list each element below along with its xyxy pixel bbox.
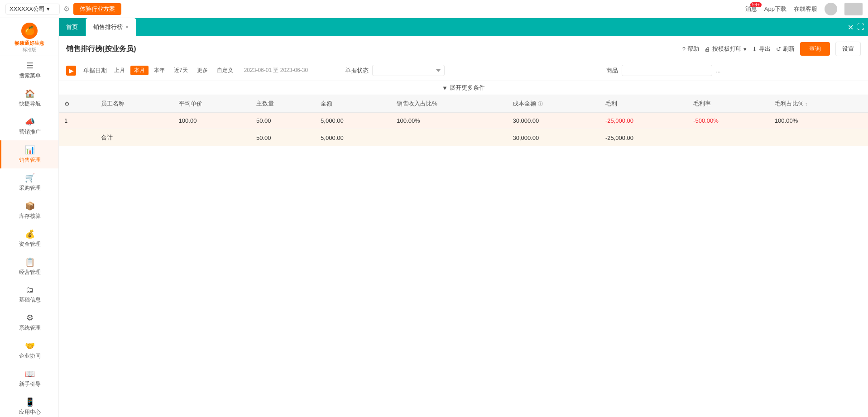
sidebar-item-label: 资金管理	[19, 240, 41, 248]
footer-cost-amount: 30,000.00	[507, 129, 599, 147]
refresh-label: 刷新	[783, 45, 795, 53]
trial-button[interactable]: 体验行业方案	[73, 3, 121, 15]
avatar[interactable]	[825, 3, 837, 15]
sidebar-item-system[interactable]: ⚙ 系统管理	[0, 308, 58, 336]
sidebar-item-app-center[interactable]: 📱 应用中心	[0, 393, 58, 417]
company-name: XXXXXX公司	[10, 5, 45, 13]
sidebar-item-guide[interactable]: 📖 新手引导	[0, 364, 58, 393]
td-sales-pct: 100.00%	[391, 113, 507, 129]
sidebar-item-label: 销售管理	[19, 156, 41, 164]
sidebar-item-base-info[interactable]: 🗂 基础信息	[0, 281, 58, 308]
tab-home[interactable]: 首页	[59, 18, 85, 36]
status-select[interactable]	[372, 65, 445, 76]
app-download-btn[interactable]: App下载	[764, 5, 786, 13]
page-inner: 销售排行榜(按业务员) ? 帮助 🖨 按模板打印 ▾ ⬇ 导出	[59, 36, 868, 417]
enterprise-icon: 🤝	[25, 341, 35, 351]
sidebar-item-operations[interactable]: 📋 经营管理	[0, 253, 58, 281]
footer-gross: -25,000.00	[600, 129, 688, 147]
help-icon: ?	[682, 46, 686, 53]
footer-amount: 5,000.00	[315, 129, 391, 147]
table-wrap: ⚙ 员工名称 平均单价 主数量 全额 销售收入占比% 成本全额 ⓘ 毛利 毛利率…	[59, 95, 868, 146]
message-icon-btn[interactable]: 消息 99+	[745, 5, 757, 13]
cost-info-icon[interactable]: ⓘ	[538, 101, 543, 106]
table-row: 1 100.00 50.00 5,000.00 100.00% 30,000.0…	[59, 113, 868, 129]
date-tab-7days[interactable]: 近7天	[170, 66, 192, 75]
export-label: 导出	[759, 45, 771, 53]
settings-button[interactable]: 设置	[835, 42, 861, 56]
base-info-icon: 🗂	[26, 285, 34, 295]
online-service-label: 在线客服	[794, 5, 817, 12]
tab-close-icon[interactable]: ×	[125, 18, 129, 36]
sidebar-item-marketing[interactable]: 📣 营销推广	[0, 112, 58, 140]
th-gross-rate: 毛利率	[688, 95, 769, 113]
td-avg-price: 100.00	[173, 113, 251, 129]
app-center-icon: 📱	[25, 397, 35, 407]
footer-gross-pct	[769, 129, 868, 147]
settings-icon[interactable]: ⚙	[63, 5, 70, 13]
query-button[interactable]: 查询	[800, 42, 830, 56]
tab-label: 销售排行榜	[93, 18, 123, 36]
sidebar-item-label: 搜索菜单	[19, 72, 41, 80]
sidebar-logo: 🍊 畅康通好生意 标准版	[0, 18, 58, 56]
sidebar-item-label: 营销推广	[19, 128, 41, 136]
goods-input[interactable]	[622, 65, 712, 76]
sidebar: 🍊 畅康通好生意 标准版 ☰ 搜索菜单 🏠 快捷导航 📣 营销推广 📊 销售管理…	[0, 18, 59, 417]
td-name	[96, 113, 173, 129]
tab-close-window-icon[interactable]: ✕	[848, 23, 854, 32]
tab-bar: 首页 销售排行榜 × ✕ ⛶	[59, 18, 868, 36]
sidebar-item-label: 系统管理	[19, 324, 41, 332]
sidebar-item-sales[interactable]: 📊 销售管理	[0, 140, 58, 168]
gross-sort-icon[interactable]: ↕	[805, 101, 808, 106]
sidebar-item-finance[interactable]: 💰 资金管理	[0, 225, 58, 253]
td-gross-pct: 100.00%	[769, 113, 868, 129]
sidebar-item-quick-nav[interactable]: 🏠 快捷导航	[0, 84, 58, 112]
top-bar: XXXXXX公司 ▾ ⚙ 体验行业方案 消息 99+ App下载 在线客服	[0, 0, 868, 18]
date-tabs: 上月 本月 本年 近7天 更多 自定义	[110, 66, 237, 75]
message-badge: 99+	[750, 2, 762, 7]
online-service-btn[interactable]: 在线客服	[794, 5, 817, 13]
th-sales-pct: 销售收入占比%	[391, 95, 507, 113]
date-tab-more[interactable]: 更多	[193, 66, 211, 75]
tab-sales-rank[interactable]: 销售排行榜 ×	[86, 18, 136, 36]
expand-more-btn[interactable]: ▼ 展开更多条件	[442, 84, 485, 92]
date-label: 单据日期	[83, 67, 107, 75]
sidebar-item-inventory[interactable]: 📦 库存核算	[0, 197, 58, 225]
data-table: ⚙ 员工名称 平均单价 主数量 全额 销售收入占比% 成本全额 ⓘ 毛利 毛利率…	[59, 95, 868, 146]
sidebar-item-search-order[interactable]: ☰ 搜索菜单	[0, 56, 58, 84]
company-selector[interactable]: XXXXXX公司 ▾	[5, 4, 60, 14]
status-label: 单据状态	[345, 67, 369, 75]
marketing-icon: 📣	[25, 117, 35, 127]
system-icon: ⚙	[26, 313, 34, 323]
top-right-actions: 消息 99+ App下载 在线客服	[745, 3, 863, 15]
filter-goods-row: 商品 ...	[606, 65, 861, 76]
date-tab-this-month[interactable]: 本月	[130, 66, 149, 75]
export-btn[interactable]: ⬇ 导出	[752, 45, 771, 53]
date-tab-this-year[interactable]: 本年	[150, 66, 168, 75]
td-gross: -25,000.00	[600, 113, 688, 129]
settings-col-icon[interactable]: ⚙	[64, 101, 70, 107]
sales-icon: 📊	[25, 145, 35, 155]
date-tab-last-month[interactable]: 上月	[110, 66, 129, 75]
help-btn[interactable]: ? 帮助	[682, 45, 699, 53]
tab-maximize-icon[interactable]: ⛶	[857, 23, 864, 31]
th-gross: 毛利	[600, 95, 688, 113]
refresh-btn[interactable]: ↺ 刷新	[776, 45, 795, 53]
th-amount: 全额	[315, 95, 391, 113]
export-icon: ⬇	[752, 46, 757, 53]
sidebar-item-purchase[interactable]: 🛒 采购管理	[0, 168, 58, 197]
expand-label: 展开更多条件	[450, 84, 485, 92]
th-rank: ⚙	[59, 95, 96, 113]
sidebar-item-enterprise[interactable]: 🤝 企业协同	[0, 336, 58, 364]
filter-toggle-arrow[interactable]: ▶	[66, 66, 76, 76]
company-dropdown-icon: ▾	[47, 5, 50, 12]
print-icon: 🖨	[705, 46, 710, 53]
finance-icon: 💰	[25, 229, 35, 239]
date-tab-custom[interactable]: 自定义	[213, 66, 237, 75]
content-area: 首页 销售排行榜 × ✕ ⛶ 销售排行榜(按业务员) ? 帮助	[59, 18, 868, 417]
goods-more-btn[interactable]: ...	[716, 67, 720, 74]
sidebar-item-label: 采购管理	[19, 184, 41, 192]
footer-gross-rate	[688, 129, 769, 147]
print-btn[interactable]: 🖨 按模板打印 ▾	[705, 45, 747, 53]
print-label: 按模板打印	[712, 45, 742, 53]
app-download-label: App下载	[764, 5, 786, 12]
